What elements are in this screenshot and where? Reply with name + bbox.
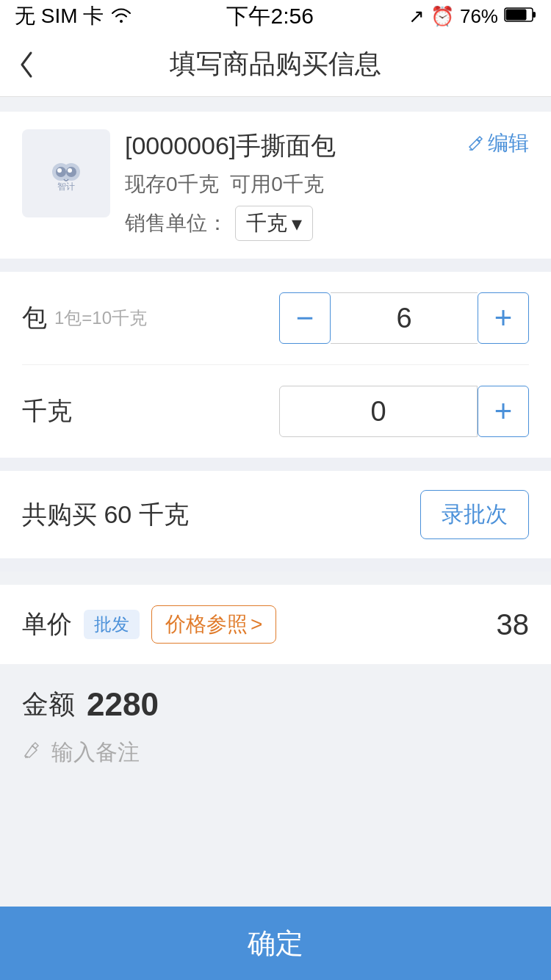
product-name-row: [0000006]手撕面包 编辑	[125, 129, 529, 163]
amount-value: 2280	[87, 686, 159, 723]
unit-label: 销售单位：	[125, 209, 228, 237]
price-value: 38	[497, 608, 530, 641]
svg-rect-1	[533, 12, 536, 18]
qty-plus-btn-2[interactable]: +	[478, 386, 529, 437]
pencil-icon	[22, 740, 43, 765]
divider-2	[0, 458, 551, 471]
unit-label-2: 千克	[22, 394, 72, 428]
edit-button[interactable]: 编辑	[467, 129, 529, 157]
page-title: 填写商品购买信息	[170, 46, 381, 82]
nav-bar: 填写商品购买信息	[0, 32, 551, 97]
chevron-right-icon: >	[251, 613, 262, 636]
unit-hint-1: 1包=10千克	[54, 306, 147, 330]
quantity-row-2: 千克 +	[22, 365, 529, 458]
note-row[interactable]: 输入备注	[22, 738, 529, 768]
status-right: ↗ ⏰ 76%	[408, 5, 536, 28]
amount-label: 金额	[22, 687, 75, 723]
quantity-section: 包 1包=10千克 − + 千克 +	[0, 272, 551, 458]
svg-point-8	[68, 168, 72, 173]
status-bar: 无 SIM 卡 下午2:56 ↗ ⏰ 76%	[0, 0, 551, 32]
back-button[interactable]	[18, 50, 35, 79]
edit-label: 编辑	[488, 129, 529, 157]
alarm-icon: ⏰	[431, 5, 454, 28]
product-card: 智计 [0000006]手撕面包 编辑 现存0千克 可用0千克 销售	[0, 112, 551, 259]
main-content: 智计 [0000006]手撕面包 编辑 现存0千克 可用0千克 销售	[0, 112, 551, 849]
wifi-icon	[111, 4, 132, 28]
product-stock: 现存0千克 可用0千克	[125, 170, 529, 198]
row2-label-group: 千克	[22, 394, 72, 428]
carrier-text: 无 SIM 卡	[15, 2, 104, 30]
unit-label-1: 包	[22, 301, 47, 335]
row1-label-group: 包 1包=10千克	[22, 301, 147, 335]
quantity-row-1: 包 1包=10千克 − +	[22, 272, 529, 365]
qty-control-1: − +	[279, 292, 529, 344]
status-left: 无 SIM 卡	[15, 2, 132, 30]
product-image: 智计	[22, 129, 110, 217]
price-label: 单价	[22, 608, 72, 641]
qty-control-2: +	[279, 386, 529, 437]
amount-row: 金额 2280	[22, 686, 529, 723]
total-value: 60	[104, 500, 132, 528]
svg-text:智计: 智计	[57, 181, 75, 192]
qty-input-2[interactable]	[279, 386, 478, 437]
battery-text: 76%	[460, 5, 498, 28]
unit-select[interactable]: 千克 ▾	[235, 206, 313, 241]
amount-section: 金额 2280 输入备注	[0, 664, 551, 775]
product-unit-row: 销售单位： 千克 ▾	[125, 206, 529, 241]
battery-icon	[504, 5, 536, 28]
product-name: [0000006]手撕面包	[125, 129, 336, 163]
note-label: 输入备注	[51, 738, 140, 768]
confirm-label: 确定	[248, 925, 303, 962]
svg-rect-2	[506, 9, 527, 20]
batch-button[interactable]: 录批次	[420, 490, 529, 539]
qty-plus-btn-1[interactable]: +	[478, 292, 529, 344]
total-section: 共购买 60 千克 录批次	[0, 471, 551, 558]
price-section: 单价 批发 价格参照 > 38	[0, 585, 551, 664]
price-type-badge: 批发	[84, 610, 140, 639]
total-text: 共购买 60 千克	[22, 498, 189, 532]
divider-1	[0, 259, 551, 272]
qty-minus-btn-1[interactable]: −	[279, 292, 331, 344]
divider-3	[0, 558, 551, 572]
chevron-down-icon: ▾	[292, 212, 302, 236]
location-icon: ↗	[408, 5, 425, 28]
svg-point-7	[57, 168, 62, 173]
status-time: 下午2:56	[226, 1, 313, 32]
product-info: [0000006]手撕面包 编辑 现存0千克 可用0千克 销售单位： 千克	[125, 129, 529, 241]
qty-input-1[interactable]	[331, 292, 478, 344]
confirm-button[interactable]: 确定	[0, 907, 551, 980]
price-ref-button[interactable]: 价格参照 >	[151, 605, 276, 644]
